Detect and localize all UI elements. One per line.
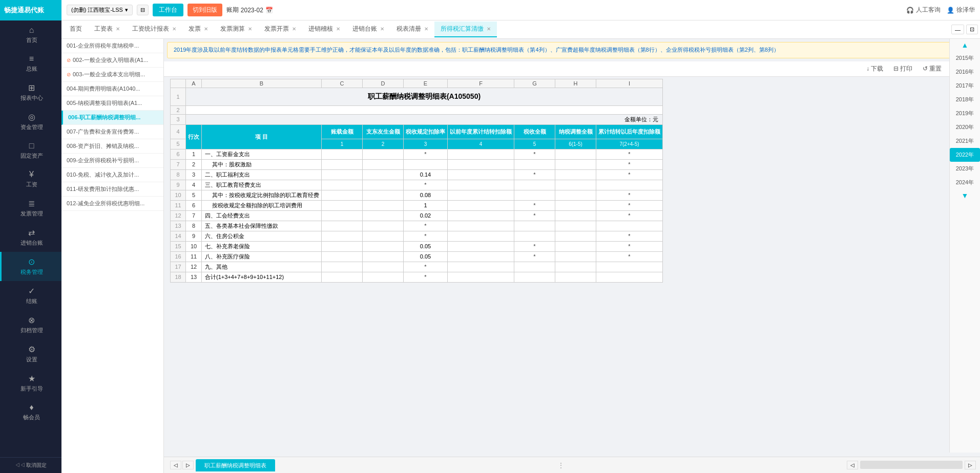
- sidebar-item-capital[interactable]: ◎ 资金管理: [0, 107, 61, 136]
- tabs-right-controls: — ⊡: [951, 25, 978, 34]
- scroll-right-button[interactable]: ▷: [965, 461, 976, 469]
- report-label-007: 007-广告费和业务宣传费筹...: [67, 128, 139, 136]
- year-scroll-up[interactable]: ▲: [950, 39, 980, 51]
- minimize-button[interactable]: —: [951, 25, 964, 34]
- tab-tax-clear[interactable]: 税表清册✕: [390, 22, 434, 37]
- tab-income-tax[interactable]: 所得税汇算清缴✕: [434, 22, 497, 37]
- tab-close-purchase-ledger[interactable]: ✕: [380, 26, 384, 32]
- sidebar-item-report[interactable]: ⊞ 报表中心: [0, 78, 61, 107]
- year-item-2021[interactable]: 2021年: [950, 134, 980, 148]
- tab-close-income-tax[interactable]: ✕: [487, 26, 491, 32]
- tab-invoice[interactable]: 发票✕: [182, 22, 214, 37]
- sidebar-item-guide[interactable]: ★ 新手引导: [0, 369, 61, 398]
- tab-purchase-check[interactable]: 进销稽核✕: [302, 22, 346, 37]
- sidebar-item-purchase[interactable]: ⇄ 进销台账: [0, 223, 61, 252]
- report-label-012: 012-减免企业所得税优惠明细...: [67, 200, 144, 207]
- col-header-f: F: [448, 79, 514, 88]
- report-item-004[interactable]: 004-期间费用明细表(A1040...: [61, 82, 163, 96]
- report-label-001: 001-企业所得税年度纳税申...: [67, 42, 139, 50]
- main-content: (勿删) 江西赣宝-LSS ▾ ⊟ 工作台 切到旧版 账期 2023-02 📅 …: [61, 0, 980, 473]
- data-row-6: 6 1 一、工资薪金支出 * * *: [171, 149, 663, 159]
- horizontal-scrollbar[interactable]: [860, 461, 963, 469]
- year-item-2016[interactable]: 2016年: [950, 65, 980, 79]
- calendar-icon-button[interactable]: ⊟: [137, 5, 149, 15]
- tab-close-invoice-open[interactable]: ✕: [292, 26, 296, 32]
- sidebar-item-close[interactable]: ✓ 结账: [0, 281, 61, 310]
- sidebar-item-member[interactable]: ♦ 畅会员: [0, 398, 61, 426]
- report-item-007[interactable]: 007-广告费和业务宣传费筹...: [61, 125, 163, 139]
- tab-invoice-calc[interactable]: 发票测算✕: [214, 22, 258, 37]
- sidebar-item-asset[interactable]: □ 固定资产: [0, 136, 61, 165]
- header-f: 以前年度累计结转扣除额: [448, 124, 514, 139]
- tab-close-salary[interactable]: ✕: [116, 26, 120, 32]
- report-item-008[interactable]: 008-资产折旧、摊销及纳税...: [61, 139, 163, 154]
- tab-close-salary-report[interactable]: ✕: [172, 26, 176, 32]
- report-item-003[interactable]: ⊘ 003-一般企业成本支出明细...: [61, 68, 163, 82]
- report-item-011[interactable]: 011-研发费用加计扣除优惠...: [61, 182, 163, 197]
- year-scroller: ▲ 2015年 2016年 2017年 2018年 2019年 2020年 20…: [949, 39, 980, 453]
- cancel-fixed-button[interactable]: ◁◁ 取消固定: [0, 457, 61, 473]
- print-button[interactable]: ⊟ 打印: [890, 63, 915, 74]
- data-row-8: 8 3 二、职工福利支出 0.14 * *: [171, 169, 663, 180]
- tab-purchase-ledger[interactable]: 进销台账✕: [346, 22, 390, 37]
- year-item-2022[interactable]: 2022年: [950, 148, 980, 162]
- sidebar: 畅捷通易代账 ⌂ 首页 ≡ 总账 ⊞ 报表中心 ◎ 资金管理 □ 固定资产 ¥ …: [0, 0, 61, 473]
- workbench-button[interactable]: 工作台: [153, 4, 183, 16]
- data-row-13: 13 8 五、各类基本社会保障性缴款 *: [171, 221, 663, 231]
- user-profile[interactable]: 👤 徐泽华: [947, 6, 975, 14]
- year-item-2018[interactable]: 2018年: [950, 93, 980, 106]
- sidebar-item-archive[interactable]: ⊗ 归档管理: [0, 310, 61, 339]
- sidebar-item-home[interactable]: ⌂ 首页: [0, 20, 61, 49]
- tab-salary-report[interactable]: 工资统计报表✕: [126, 22, 182, 37]
- tab-close-invoice[interactable]: ✕: [204, 26, 208, 32]
- data-row-7: 7 2 其中：股权激励 *: [171, 159, 663, 169]
- year-item-2017[interactable]: 2017年: [950, 79, 980, 93]
- nav-prev-button[interactable]: ◁: [170, 461, 181, 469]
- report-item-005[interactable]: 005-纳税调整项目明细表(A1...: [61, 96, 163, 111]
- customer-support[interactable]: 🎧 人工客询: [906, 6, 941, 14]
- sidebar-item-tax[interactable]: ⊙ 税务管理: [0, 252, 61, 281]
- report-item-009[interactable]: 009-企业所得税税补亏损明...: [61, 154, 163, 168]
- col-header-g: G: [514, 79, 555, 88]
- col-header-d: D: [363, 79, 404, 88]
- bottom-tab-label: 职工薪酬纳税调整明细表: [204, 462, 266, 468]
- report-item-012[interactable]: 012-减免企业所得税优惠明细...: [61, 197, 163, 211]
- data-row-16: 16 11 八、补充医疗保险 0.05 * *: [171, 251, 663, 262]
- reset-button[interactable]: ↺ 重置: [920, 63, 945, 74]
- bottom-tab-main[interactable]: 职工薪酬纳税调整明细表: [196, 459, 275, 471]
- tab-close-purchase-check[interactable]: ✕: [336, 26, 340, 32]
- report-item-006[interactable]: 006-职工薪酬纳税调整明细...: [61, 111, 163, 125]
- report-list: 001-企业所得税年度纳税申... ⊘ 002-一般企业收入明细表(A1... …: [61, 39, 164, 473]
- unit-label: 金额单位：元: [186, 114, 663, 124]
- sidebar-item-salary[interactable]: ¥ 工资: [0, 165, 61, 193]
- report-item-002[interactable]: ⊘ 002-一般企业收入明细表(A1...: [61, 53, 163, 68]
- content-area: 001-企业所得税年度纳税申... ⊘ 002-一般企业收入明细表(A1... …: [61, 39, 980, 473]
- nav-next-button[interactable]: ▷: [182, 461, 194, 469]
- scroll-left-button[interactable]: ◁: [847, 461, 858, 469]
- bottom-tabs: ◁ ▷ 职工薪酬纳税调整明细表 ⋮ ◁ ▷: [164, 457, 980, 473]
- tab-salary[interactable]: 工资表✕: [88, 22, 126, 37]
- sidebar-item-settings[interactable]: ⚙ 设置: [0, 339, 61, 369]
- year-item-2015[interactable]: 2015年: [950, 51, 980, 65]
- company-selector[interactable]: (勿删) 江西赣宝-LSS ▾: [67, 5, 133, 15]
- report-item-001[interactable]: 001-企业所得税年度纳税申...: [61, 39, 163, 53]
- logo-text: 畅捷通易代账: [4, 6, 44, 15]
- year-scroll-down[interactable]: ▼: [950, 189, 980, 202]
- sidebar-item-ledger[interactable]: ≡ 总账: [0, 49, 61, 78]
- year-item-2024[interactable]: 2024年: [950, 176, 980, 189]
- year-item-2019[interactable]: 2019年: [950, 106, 980, 120]
- switch-old-version-button[interactable]: 切到旧版: [187, 4, 222, 16]
- maximize-button[interactable]: ⊡: [966, 25, 978, 34]
- tab-close-invoice-calc[interactable]: ✕: [248, 26, 252, 32]
- sub-header-f: 4: [448, 139, 514, 149]
- report-item-010[interactable]: 010-免税、减计收入及加计...: [61, 168, 163, 182]
- year-item-2020[interactable]: 2020年: [950, 120, 980, 134]
- tab-home[interactable]: 首页: [64, 22, 88, 37]
- member-icon: ♦: [29, 403, 33, 412]
- tab-invoice-open[interactable]: 发票开票✕: [258, 22, 302, 37]
- sidebar-item-invoice[interactable]: ≣ 发票管理: [0, 193, 61, 223]
- bottom-tab-more[interactable]: ⋮: [558, 462, 564, 469]
- tab-close-tax-clear[interactable]: ✕: [424, 26, 428, 32]
- year-item-2023[interactable]: 2023年: [950, 162, 980, 176]
- download-button[interactable]: ↓ 下载: [863, 63, 886, 74]
